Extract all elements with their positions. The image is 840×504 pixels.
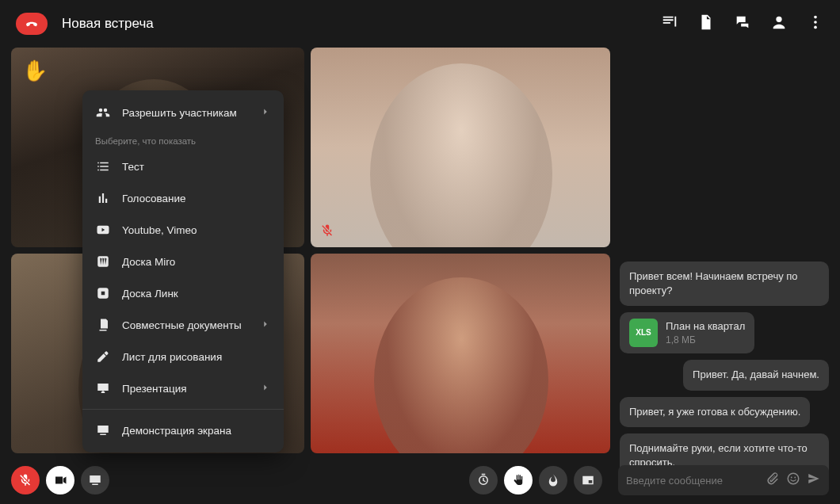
menu-item-drawing[interactable]: Лист для рисования xyxy=(82,341,284,372)
allow-participants-item[interactable]: Разрешить участникам xyxy=(82,97,284,128)
message-input[interactable] xyxy=(626,475,759,487)
camera-toggle-button[interactable] xyxy=(46,466,74,494)
menu-item-label: Презентация xyxy=(122,383,187,395)
menu-item-poll[interactable]: Голосование xyxy=(82,182,284,214)
chat-message: Привет. Да, давай начнем. xyxy=(683,360,829,390)
menu-item-link-board[interactable]: Доска Линк xyxy=(82,277,284,309)
menu-item-collab-docs[interactable]: Совместные документы xyxy=(82,309,284,341)
attach-button[interactable] xyxy=(766,472,780,489)
message-input-container xyxy=(618,465,829,495)
mic-off-icon xyxy=(18,473,32,487)
timer-icon xyxy=(476,473,491,487)
menu-section-label: Выберите, что показать xyxy=(82,128,284,151)
person-icon[interactable] xyxy=(770,13,788,34)
menu-item-label: Совместные документы xyxy=(122,319,242,331)
chat-message: Привет всем! Начинаем встречу по проекту… xyxy=(620,262,829,306)
camera-icon xyxy=(53,473,67,487)
menu-item-youtube[interactable]: Youtube, Vimeo xyxy=(82,214,284,246)
chat-file-message[interactable]: XLS План на квартал 1,8 МБ xyxy=(620,312,754,353)
hangup-button[interactable] xyxy=(16,13,48,35)
pencil-icon xyxy=(95,349,111,365)
mic-toggle-button[interactable] xyxy=(11,466,40,494)
mic-muted-icon xyxy=(320,223,334,238)
send-icon xyxy=(807,472,821,486)
menu-item-label: Youtube, Vimeo xyxy=(122,224,197,236)
poll-icon xyxy=(95,190,111,206)
people-icon xyxy=(95,105,111,120)
top-bar: Новая встреча xyxy=(0,0,840,48)
svg-point-0 xyxy=(814,16,817,19)
raised-hand-icon: ✋ xyxy=(22,59,48,83)
participant-avatar xyxy=(374,277,548,453)
list-icon xyxy=(95,158,111,174)
file-type-badge: XLS xyxy=(629,319,658,347)
menu-item-presentation[interactable]: Презентация xyxy=(82,372,284,404)
participant-tile[interactable] xyxy=(311,48,610,247)
pip-icon xyxy=(581,473,595,487)
chevron-right-icon xyxy=(260,319,271,332)
timer-button[interactable] xyxy=(469,466,498,494)
menu-item-label: Голосование xyxy=(122,193,186,204)
file-name: План на квартал xyxy=(666,319,745,334)
send-button[interactable] xyxy=(807,472,821,489)
notes-icon[interactable] xyxy=(661,13,678,34)
svg-point-8 xyxy=(794,477,796,479)
miro-icon xyxy=(95,254,111,269)
chevron-right-icon xyxy=(260,382,271,395)
menu-item-label: Лист для рисования xyxy=(122,351,222,363)
paperclip-icon xyxy=(766,472,780,486)
presentation-icon xyxy=(95,380,111,396)
fire-icon xyxy=(546,473,560,487)
share-button[interactable] xyxy=(81,466,109,494)
menu-item-screenshare[interactable]: Демонстрация экрана xyxy=(82,414,284,446)
hand-icon xyxy=(511,473,525,487)
participant-avatar xyxy=(370,63,552,247)
top-bar-actions xyxy=(661,13,824,34)
bottom-bar xyxy=(0,456,840,504)
menu-item-label: Демонстрация экрана xyxy=(122,425,231,437)
screen-icon xyxy=(95,422,111,438)
share-menu: Разрешить участникам Выберите, что показ… xyxy=(82,90,284,452)
bottom-center-controls xyxy=(469,466,602,494)
more-icon[interactable] xyxy=(807,13,824,34)
emoji-button[interactable] xyxy=(786,472,800,489)
svg-point-2 xyxy=(814,26,817,29)
menu-item-miro[interactable]: Доска Miro xyxy=(82,246,284,277)
smile-icon xyxy=(786,472,800,486)
file-size: 1,8 МБ xyxy=(666,334,745,347)
svg-point-6 xyxy=(788,473,799,484)
video-play-icon xyxy=(95,222,111,238)
menu-item-label: Разрешить участникам xyxy=(122,107,237,119)
menu-item-label: Доска Линк xyxy=(122,288,178,300)
chat-panel: Привет всем! Начинаем встречу по проекту… xyxy=(620,262,829,478)
chat-message: Привет, я уже готова к обсуждению. xyxy=(620,397,810,427)
document-icon[interactable] xyxy=(697,13,715,34)
pip-button[interactable] xyxy=(574,466,602,494)
participant-tile[interactable] xyxy=(311,254,610,453)
menu-item-label: Доска Miro xyxy=(122,256,175,268)
chevron-right-icon xyxy=(260,106,271,120)
link-board-icon xyxy=(95,285,111,301)
meeting-title: Новая встреча xyxy=(62,16,154,32)
raise-hand-button[interactable] xyxy=(504,466,533,494)
reactions-button[interactable] xyxy=(539,466,567,494)
chat-icon[interactable] xyxy=(734,13,751,34)
svg-point-7 xyxy=(791,477,792,479)
screen-icon xyxy=(88,473,102,487)
svg-point-1 xyxy=(814,21,817,24)
menu-item-test[interactable]: Тест xyxy=(82,151,284,182)
menu-item-label: Тест xyxy=(122,161,144,173)
documents-icon xyxy=(95,317,111,333)
file-meta: План на квартал 1,8 МБ xyxy=(666,319,745,347)
menu-divider xyxy=(82,409,284,410)
phone-hangup-icon xyxy=(25,17,39,31)
